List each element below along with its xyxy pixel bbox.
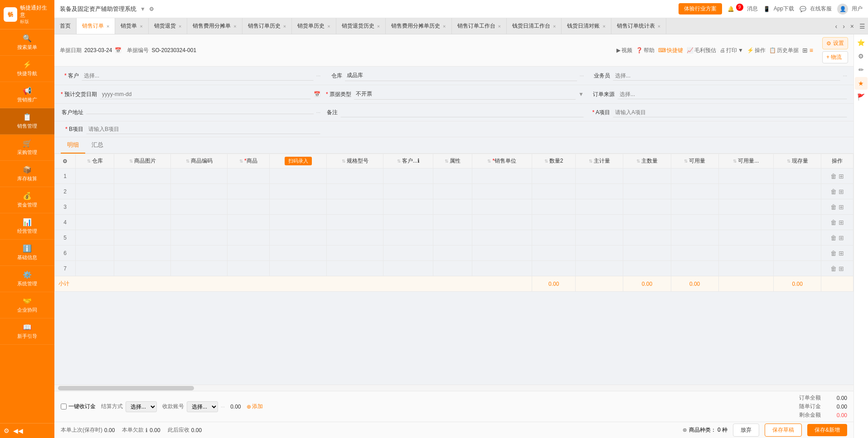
row-warehouse[interactable] xyxy=(75,184,114,199)
invoice-dropdown-icon[interactable]: ▼ xyxy=(578,91,584,97)
row-product[interactable] xyxy=(227,230,269,245)
row-stock[interactable] xyxy=(774,230,821,245)
owe-info-icon[interactable]: ℹ xyxy=(145,427,148,433)
right-panel-flag-icon[interactable]: 🚩 xyxy=(855,91,868,103)
row-stock[interactable] xyxy=(774,199,821,215)
row-available2[interactable] xyxy=(718,245,774,261)
notification-group[interactable]: 🔔 9 消息 xyxy=(727,5,758,13)
user-group[interactable]: 👤 用户 xyxy=(837,4,863,14)
row-delete-icon[interactable]: 🗑 xyxy=(830,265,837,272)
row-stock[interactable] xyxy=(774,215,821,230)
tab-sales-order[interactable]: 销售订单 × xyxy=(77,18,115,34)
row-stock[interactable] xyxy=(774,261,821,276)
row-code[interactable] xyxy=(171,168,228,184)
row-available[interactable] xyxy=(671,230,718,245)
row-attribute[interactable] xyxy=(433,184,472,199)
tab-prev-icon[interactable]: ‹ xyxy=(832,23,840,30)
sidebar-item-inventory[interactable]: 📦 库存核算 xyxy=(0,161,54,187)
tab-menu-icon[interactable]: ☰ xyxy=(857,23,868,30)
row-code[interactable] xyxy=(171,261,228,276)
tab-close-all-icon[interactable]: × xyxy=(848,23,857,30)
online-service-group[interactable]: 💬 在线客服 xyxy=(800,5,832,13)
sidebar-collapse-icon[interactable]: ◀◀ xyxy=(13,427,23,434)
detail-tab-summary[interactable]: 汇总 xyxy=(85,137,110,154)
row-attribute[interactable] xyxy=(433,168,472,184)
tab-sales-return[interactable]: 销货退货 × xyxy=(149,18,187,34)
row-copy-icon[interactable]: ⊞ xyxy=(839,219,844,226)
save-new-button[interactable]: 保存&新增 xyxy=(807,424,847,436)
grid-view-icon[interactable]: ⊞ xyxy=(802,47,808,54)
settings-button[interactable]: ⚙ 设置 xyxy=(822,37,848,49)
col-available2[interactable]: ⇅可用量... xyxy=(718,154,774,168)
row-warehouse[interactable] xyxy=(75,230,114,245)
row-main-qty[interactable] xyxy=(623,215,671,230)
close-tab-icon[interactable]: × xyxy=(377,24,380,29)
row-spec[interactable] xyxy=(327,245,383,261)
row-attribute[interactable] xyxy=(433,199,472,215)
add-payment-button[interactable]: ⊕ 添加 xyxy=(247,403,263,410)
row-spec[interactable] xyxy=(327,261,383,276)
row-available2[interactable] xyxy=(718,184,774,199)
row-scan[interactable] xyxy=(269,184,326,199)
row-warehouse[interactable] xyxy=(75,245,114,261)
row-unit[interactable] xyxy=(472,261,532,276)
close-tab-icon[interactable]: × xyxy=(327,24,330,29)
tab-expense-history[interactable]: 销售费用分摊单历史 × xyxy=(386,18,451,34)
close-tab-icon[interactable]: × xyxy=(602,24,605,29)
tab-next-icon[interactable]: › xyxy=(840,23,848,30)
row-qty2[interactable] xyxy=(532,230,576,245)
close-tab-icon[interactable]: × xyxy=(140,24,142,29)
col-qty2[interactable]: ⇅数量2 xyxy=(532,154,576,168)
row-customer-code[interactable] xyxy=(383,215,433,230)
sidebar-item-marketing[interactable]: 📢 营销推广 xyxy=(0,82,54,108)
row-attribute[interactable] xyxy=(433,245,472,261)
profit-btn[interactable]: 📈 毛利预估 xyxy=(687,47,716,54)
help-btn[interactable]: ❓ 帮助 xyxy=(636,47,655,54)
col-product[interactable]: ⇅*商品 xyxy=(227,154,269,168)
row-code[interactable] xyxy=(171,245,228,261)
close-tab-icon[interactable]: × xyxy=(443,24,446,29)
right-panel-settings-icon[interactable]: ⚙ xyxy=(855,50,868,63)
row-delete-icon[interactable]: 🗑 xyxy=(830,203,837,211)
col-unit[interactable]: ⇅*销售单位 xyxy=(472,154,532,168)
col-spec[interactable]: ⇅规格型号 xyxy=(327,154,383,168)
row-stock[interactable] xyxy=(774,168,821,184)
one-click-deposit-checkbox[interactable] xyxy=(61,404,67,409)
row-warehouse[interactable] xyxy=(75,168,114,184)
row-warehouse[interactable] xyxy=(75,215,114,230)
col-warehouse[interactable]: ⇅仓库 xyxy=(75,154,114,168)
settings-icon[interactable]: ⚙ xyxy=(149,6,154,12)
row-main-qty[interactable] xyxy=(623,245,671,261)
row-available2[interactable] xyxy=(718,230,774,245)
tab-order-workbench[interactable]: 销售订单工作台 × xyxy=(452,18,507,34)
payment-method-select[interactable]: 选择... xyxy=(126,401,157,412)
row-available2[interactable] xyxy=(718,261,774,276)
b-project-input[interactable] xyxy=(86,124,320,134)
customer-input[interactable] xyxy=(82,71,314,81)
row-qty2[interactable] xyxy=(532,245,576,261)
discard-button[interactable]: 放弃 xyxy=(733,424,759,437)
dropdown-arrow-icon[interactable]: ▼ xyxy=(140,6,145,12)
row-warehouse[interactable] xyxy=(75,261,114,276)
row-image[interactable] xyxy=(114,230,171,245)
row-delete-icon[interactable]: 🗑 xyxy=(830,188,837,195)
row-main-unit[interactable] xyxy=(576,199,623,215)
row-stock[interactable] xyxy=(774,184,821,199)
row-main-unit[interactable] xyxy=(576,168,623,184)
row-product[interactable] xyxy=(227,168,269,184)
close-tab-icon[interactable]: × xyxy=(107,24,109,29)
print-dropdown-icon[interactable]: ▼ xyxy=(738,47,743,53)
right-panel-edit-icon[interactable]: ✏ xyxy=(855,63,868,76)
calendar-icon[interactable]: 📅 xyxy=(115,47,121,53)
sidebar-item-purchase[interactable]: 🛒 采购管理 xyxy=(0,135,54,161)
staff-input[interactable] xyxy=(613,71,840,81)
row-available2[interactable] xyxy=(718,215,774,230)
row-attribute[interactable] xyxy=(433,215,472,230)
row-main-qty[interactable] xyxy=(623,199,671,215)
row-scan[interactable] xyxy=(269,230,326,245)
row-available[interactable] xyxy=(671,215,718,230)
table-wrapper[interactable]: ⚙ ⇅仓库 ⇅商品图片 ⇅商品编码 ⇅*商品 扫码录入 ⇅规格型号 ⇅客户...… xyxy=(54,154,853,385)
col-attribute[interactable]: ⇅属性 xyxy=(433,154,472,168)
sidebar-item-sales[interactable]: 📋 销售管理 xyxy=(0,108,54,135)
row-delete-icon[interactable]: 🗑 xyxy=(830,234,837,241)
